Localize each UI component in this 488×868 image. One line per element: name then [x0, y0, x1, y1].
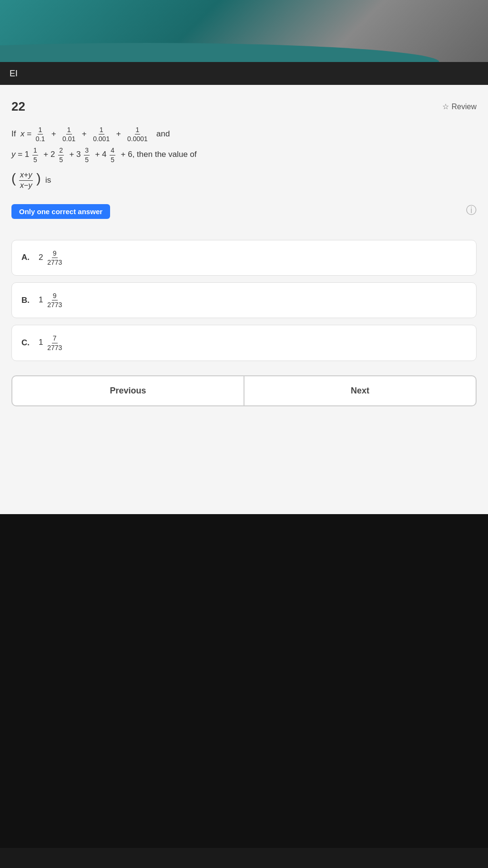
option-c-value: 1 7 2773 [39, 334, 64, 351]
review-label: Review [452, 103, 477, 111]
info-icon[interactable]: ⓘ [466, 203, 477, 217]
frac-b: 9 2773 [46, 291, 63, 309]
frac-c: 7 2773 [46, 334, 63, 351]
question-line1: If x = 1 0.1 + 1 0.01 + 1 0.001 + 1 0.00… [11, 125, 477, 143]
main-card: 22 ☆ Review If x = 1 0.1 + 1 0.01 + 1 0.… [0, 85, 488, 514]
question-line3: ( x+y x−y ) is [11, 167, 477, 191]
frac-expr: x+y x−y [19, 170, 33, 191]
bottom-area [0, 514, 488, 848]
option-a[interactable]: A. 2 9 2773 [11, 240, 477, 276]
options-list: A. 2 9 2773 B. 1 9 2773 C. [11, 240, 477, 361]
app-label: EI [10, 69, 18, 79]
option-b-label: B. [21, 296, 33, 305]
option-c[interactable]: C. 1 7 2773 [11, 325, 477, 361]
option-b[interactable]: B. 1 9 2773 [11, 282, 477, 318]
next-button[interactable]: Next [244, 375, 477, 406]
option-a-label: A. [21, 253, 33, 262]
option-c-label: C. [21, 338, 33, 348]
frac-y4: 4 5 [110, 146, 115, 164]
nav-buttons: Previous Next [11, 375, 477, 406]
frac-2: 1 0.01 [61, 125, 76, 143]
question-header: 22 ☆ Review [11, 99, 477, 114]
frac-y3: 3 5 [84, 146, 90, 164]
answer-type-row: Only one correct answer ⓘ [11, 204, 477, 228]
option-a-value: 2 9 2773 [39, 249, 64, 267]
frac-y2: 2 5 [58, 146, 64, 164]
answer-type-badge: Only one correct answer [11, 204, 110, 219]
question-body: If x = 1 0.1 + 1 0.01 + 1 0.001 + 1 0.00… [11, 125, 477, 191]
frac-y1: 1 5 [32, 146, 38, 164]
star-icon: ☆ [442, 102, 449, 111]
frac-a: 9 2773 [46, 249, 63, 267]
frac-1: 1 0.1 [35, 125, 46, 143]
status-bar: EI [0, 62, 488, 85]
option-b-value: 1 9 2773 [39, 291, 64, 309]
frac-4: 1 0.0001 [126, 125, 149, 143]
previous-button[interactable]: Previous [11, 375, 244, 406]
question-number: 22 [11, 99, 25, 114]
question-line2: y = 1 1 5 + 2 2 5 + 3 3 5 + 4 4 5 + 6, t… [11, 146, 477, 164]
review-button[interactable]: ☆ Review [442, 102, 477, 111]
frac-3: 1 0.001 [92, 125, 111, 143]
top-decoration [0, 0, 488, 62]
